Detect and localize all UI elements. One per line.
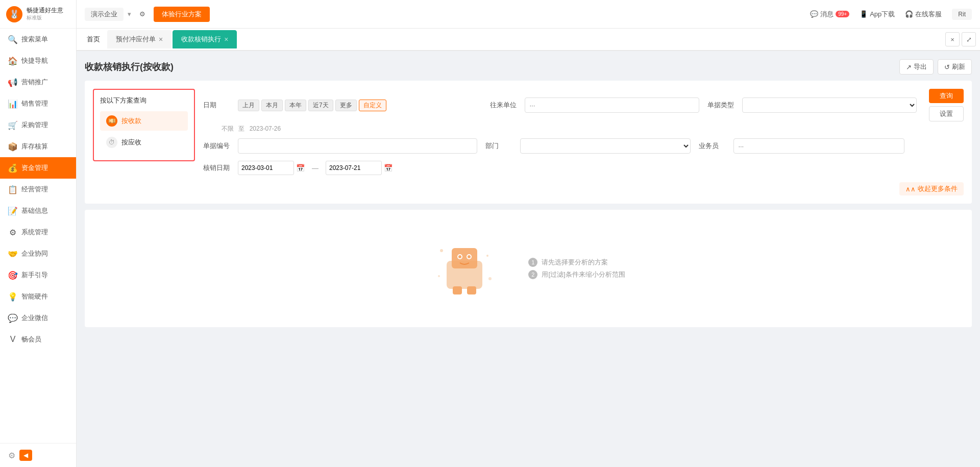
- department-field: 部门: [485, 138, 691, 154]
- filter-layout: 按以下方案查询 💴 按收款 ⏱ 按应收 》: [93, 89, 964, 195]
- salesperson-input[interactable]: [733, 138, 904, 154]
- nav-icon-wechat: 💬: [8, 313, 17, 323]
- date-this-year[interactable]: 本年: [285, 100, 306, 111]
- empty-tip-1: 1 请先选择要分析的方案: [528, 258, 625, 267]
- sidebar-item-newbie[interactable]: 🎯新手引导: [0, 264, 76, 286]
- tab-prepay-close[interactable]: ×: [159, 35, 163, 43]
- filter-option-collection[interactable]: 💴 按收款: [100, 111, 188, 131]
- nav-label-member: 畅会员: [21, 335, 41, 344]
- main-area: 演示企业 ▾ ⚙ 体验行业方案 💬 消息 99+ 📱 App下载 🎧 在线客服 …: [77, 0, 980, 467]
- sidebar-item-operations[interactable]: 📋经营管理: [0, 179, 76, 200]
- nav-label-basicinfo: 基础信息: [21, 206, 48, 215]
- verify-date-end-calendar[interactable]: 📅: [384, 164, 393, 172]
- tab-collection[interactable]: 收款核销执行 ×: [173, 30, 237, 48]
- sidebar-item-hardware[interactable]: 💡智能硬件: [0, 286, 76, 307]
- more-conditions-area: ∧∧ 收起更多条件: [203, 182, 964, 195]
- sidebar-item-finance[interactable]: 💰资金管理: [0, 157, 76, 179]
- settings-icon[interactable]: ⚙: [8, 451, 15, 460]
- sidebar-item-quicknav[interactable]: 🏠快捷导航: [0, 50, 76, 71]
- message-icon: 💬: [810, 10, 818, 18]
- nav-icon-quicknav: 🏠: [8, 56, 17, 65]
- query-button[interactable]: 查询: [929, 89, 964, 103]
- topbar-left: 演示企业 ▾ ⚙ 体验行业方案: [85, 7, 210, 22]
- date-nolimit-label: 不限: [222, 125, 234, 132]
- date-7days[interactable]: 近7天: [308, 100, 333, 111]
- sidebar-item-wechat[interactable]: 💬企业微信: [0, 307, 76, 329]
- nav-label-finance: 资金管理: [21, 163, 48, 173]
- partner-input[interactable]: [525, 97, 699, 113]
- nav-icon-hardware: 💡: [8, 292, 17, 301]
- logo-text: 畅捷通好生意: [27, 7, 63, 15]
- collapse-button[interactable]: ◀: [19, 450, 32, 461]
- sidebar-item-search[interactable]: 🔍搜索菜单: [0, 29, 76, 50]
- nav-label-hardware: 智能硬件: [21, 292, 48, 301]
- empty-state: 1 请先选择要分析的方案 2 用[过滤]条件来缩小分析范围: [85, 210, 972, 327]
- company-dropdown-icon[interactable]: ▾: [128, 10, 131, 18]
- app-download-action[interactable]: 📱 App下载: [860, 10, 895, 19]
- filter-row-3: 核销日期 📅 — 📅: [203, 161, 964, 175]
- close-tab-btn[interactable]: ×: [945, 32, 960, 46]
- sidebar-item-enterprise[interactable]: 🤝企业协同: [0, 243, 76, 264]
- sidebar-item-marketing[interactable]: 📢营销推广: [0, 71, 76, 93]
- doc-number-field: 单据编号: [203, 138, 477, 154]
- company-name[interactable]: 演示企业: [85, 8, 124, 21]
- nav-label-operations: 经营管理: [21, 185, 48, 194]
- department-select[interactable]: [520, 138, 691, 154]
- verify-date-separator: —: [312, 164, 318, 172]
- message-label: 消息: [820, 10, 834, 19]
- empty-tip-2-label: 用[过滤]条件来缩小分析范围: [542, 270, 625, 279]
- sidebar-item-member[interactable]: V畅会员: [0, 329, 76, 350]
- svg-rect-1: [452, 248, 477, 268]
- sidebar-item-system[interactable]: ⚙系统管理: [0, 222, 76, 243]
- sidebar-item-basicinfo[interactable]: 📝基础信息: [0, 200, 76, 222]
- date-more[interactable]: 更多: [335, 100, 357, 111]
- service-action[interactable]: 🎧 在线客服: [905, 10, 942, 19]
- nav-icon-sales: 📊: [8, 99, 17, 108]
- settings-button[interactable]: 设置: [929, 106, 964, 121]
- nav-label-sales: 销售管理: [21, 99, 48, 108]
- expand-tab-btn[interactable]: ⤢: [962, 32, 976, 46]
- tab-home[interactable]: 首页: [81, 30, 106, 48]
- date-this-month[interactable]: 本月: [261, 100, 283, 111]
- filter-option-receivable[interactable]: ⏱ 按应收: [100, 133, 188, 152]
- nav-label-newbie: 新手引导: [21, 271, 48, 280]
- doc-number-input[interactable]: [238, 138, 477, 154]
- partner-label: 往来单位: [490, 101, 521, 110]
- verify-date-label: 核销日期: [203, 163, 234, 173]
- nav-icon-operations: 📋: [8, 185, 17, 194]
- export-button[interactable]: ↗ 导出: [899, 59, 934, 75]
- verify-date-start-calendar[interactable]: 📅: [296, 164, 305, 172]
- nav-icon-basicinfo: 📝: [8, 206, 17, 215]
- filter-row-2: 单据编号 部门 业务员: [203, 138, 964, 154]
- verify-date-start-wrap: 📅: [238, 161, 305, 175]
- nav-icon-enterprise: 🤝: [8, 249, 17, 258]
- tab-prepay[interactable]: 预付冲应付单 ×: [107, 30, 172, 48]
- tabbar: 首页 预付冲应付单 × 收款核销执行 × × ⤢: [77, 29, 980, 51]
- verify-date-end[interactable]: [326, 161, 382, 175]
- tab-collection-close[interactable]: ×: [224, 35, 228, 43]
- nav-label-marketing: 营销推广: [21, 78, 48, 87]
- sidebar-item-inventory[interactable]: 📦库存核算: [0, 136, 76, 157]
- more-conditions-button[interactable]: ∧∧ 收起更多条件: [899, 182, 964, 195]
- empty-svg: [431, 240, 498, 297]
- receivable-icon: ⏱: [106, 137, 117, 148]
- date-custom[interactable]: 自定义: [359, 100, 386, 111]
- refresh-button[interactable]: ↺ 刷新: [938, 59, 972, 75]
- tabbar-actions: × ⤢: [945, 32, 980, 46]
- verify-date-start[interactable]: [238, 161, 294, 175]
- sidebar-item-sales[interactable]: 📊销售管理: [0, 93, 76, 114]
- verify-date-end-wrap: 📅: [326, 161, 393, 175]
- doc-type-select[interactable]: [742, 97, 917, 113]
- date-last-month[interactable]: 上月: [238, 100, 259, 111]
- date-field: 日期 上月 本月 本年 近7天 更多 自定义: [203, 100, 482, 111]
- export-label: 导出: [914, 62, 927, 71]
- topbar-gear-icon[interactable]: ⚙: [135, 7, 150, 21]
- nav-label-wechat: 企业微信: [21, 313, 48, 323]
- message-action[interactable]: 💬 消息 99+: [810, 10, 849, 19]
- user-name[interactable]: Rit: [952, 9, 972, 20]
- sidebar-item-purchase[interactable]: 🛒采购管理: [0, 114, 76, 136]
- nav-label-enterprise: 企业协同: [21, 249, 48, 258]
- empty-tip-2: 2 用[过滤]条件来缩小分析范围: [528, 270, 625, 279]
- service-label: 在线客服: [915, 10, 942, 19]
- solution-button[interactable]: 体验行业方案: [154, 7, 210, 22]
